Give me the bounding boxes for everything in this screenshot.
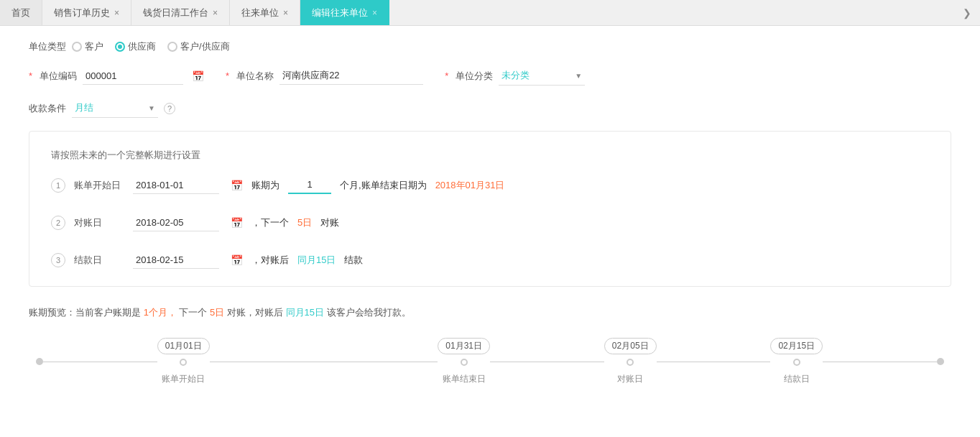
preview-section: 账期预览：当前客户账期是 1个月， 下一个 5日 对账，对账后 同月15日 该客… xyxy=(29,304,951,385)
payment-terms-arrow-icon: ▼ xyxy=(148,104,155,112)
unit-category-select[interactable]: 未分类 ▼ xyxy=(499,66,585,86)
unit-code-icon[interactable]: 📅 xyxy=(192,70,204,82)
tab-partner-close[interactable]: × xyxy=(283,8,288,18)
tab-cash-desk-close[interactable]: × xyxy=(213,8,218,18)
payment-terms-label: 收款条件 xyxy=(29,102,66,115)
unit-category-required: * xyxy=(445,70,448,81)
timeline-row3-prefix: ，对账后 xyxy=(251,254,289,267)
tab-cash-desk[interactable]: 钱货日清工作台 × xyxy=(131,0,230,25)
unit-code-required: * xyxy=(29,70,32,81)
main-content: 单位类型 客户 供应商 客户/供应商 * 单位编码 xyxy=(0,26,980,437)
unit-type-group: 单位类型 客户 供应商 客户/供应商 xyxy=(29,40,230,53)
unit-code-input[interactable] xyxy=(83,68,183,85)
timeline-period-unit: 个月,账单结束日期为 xyxy=(340,179,427,192)
payment-terms-select[interactable]: 月结 ▼ xyxy=(72,98,158,118)
radio-customer[interactable]: 客户 xyxy=(72,40,103,53)
radio-customer-circle xyxy=(72,42,82,52)
preview-payment-suffix: 该客户会给我打款。 xyxy=(327,307,411,318)
timeline-row-2: 2 对账日 📅 ，下一个 5日 对账 xyxy=(51,214,929,231)
timeline-date-2[interactable] xyxy=(133,214,219,231)
preview-mid: 下一个 xyxy=(179,307,207,318)
radio-both-label: 客户/供应商 xyxy=(180,40,230,53)
tab-sales-history-label: 销售订单历史 xyxy=(54,6,110,19)
tab-edit-partner-label: 编辑往来单位 xyxy=(312,6,368,19)
tab-home-label: 首页 xyxy=(11,6,30,19)
payment-terms-row: 收款条件 月结 ▼ ? xyxy=(29,98,951,118)
timeline-row3-highlight: 同月15日 xyxy=(297,254,336,267)
preview-reconcile: 5日 xyxy=(210,307,224,318)
timeline-visual: 01月01日 账单开始日 01月31日 账单结束日 02月05日 对账日 xyxy=(29,338,951,385)
tab-edit-partner-close[interactable]: × xyxy=(372,8,377,18)
timeline-visual-node-4: 02月15日 结款日 xyxy=(770,338,823,385)
payment-terms-value: 月结 xyxy=(75,101,145,114)
unit-code-group: * 单位编码 📅 xyxy=(29,68,204,85)
timeline-row2-highlight: 5日 xyxy=(297,216,312,229)
unit-category-value: 未分类 xyxy=(501,69,572,82)
unit-name-group: * 单位名称 xyxy=(226,68,423,85)
timeline-label-1: 账单开始日 xyxy=(74,179,124,192)
tab-home[interactable]: 首页 xyxy=(0,0,42,25)
timeline-visual-node-3: 02月05日 对账日 xyxy=(604,338,657,385)
timeline-end-endpoint xyxy=(937,358,944,365)
timeline-num-1: 1 xyxy=(51,178,65,193)
info-box-title: 请按照未来的一个完整帐期进行设置 xyxy=(51,149,929,162)
timeline-calendar-1-icon[interactable]: 📅 xyxy=(231,180,243,191)
timeline-line-0 xyxy=(43,362,157,362)
preview-reconcile-suffix: 对账，对账后 xyxy=(227,307,283,318)
radio-both[interactable]: 客户/供应商 xyxy=(167,40,230,53)
unit-type-row: 单位类型 客户 供应商 客户/供应商 xyxy=(29,40,951,53)
timeline-line-4 xyxy=(823,362,937,362)
timeline-visual-dot-1 xyxy=(180,359,187,366)
timeline-visual-label-2: 账单结束日 xyxy=(443,373,486,385)
timeline-end-date: 2018年01月31日 xyxy=(435,179,505,192)
radio-customer-label: 客户 xyxy=(85,40,103,53)
timeline-calendar-2-icon[interactable]: 📅 xyxy=(231,217,243,229)
timeline-visual-label-4: 结款日 xyxy=(784,373,810,385)
timeline-line-3 xyxy=(657,362,771,362)
timeline-visual-label-1: 账单开始日 xyxy=(162,373,205,385)
tab-sales-history-close[interactable]: × xyxy=(114,8,119,18)
timeline-period-prefix: 账期为 xyxy=(251,179,279,192)
unit-category-arrow-icon: ▼ xyxy=(575,72,582,80)
timeline-row2-suffix: 对账 xyxy=(320,216,339,229)
tab-expand-button[interactable]: ❯ xyxy=(954,0,980,25)
radio-supplier-label: 供应商 xyxy=(128,40,156,53)
unit-category-label: 单位分类 xyxy=(456,70,493,83)
timeline-line-1 xyxy=(210,362,438,362)
timeline-date-3[interactable] xyxy=(133,252,219,269)
timeline-visual-tag-3: 02月05日 xyxy=(604,338,657,354)
timeline-num-2: 2 xyxy=(51,216,65,230)
payment-terms-help-icon[interactable]: ? xyxy=(164,103,175,114)
radio-supplier[interactable]: 供应商 xyxy=(115,40,156,53)
timeline-date-1[interactable] xyxy=(133,177,219,194)
radio-both-circle xyxy=(167,42,177,52)
preview-text: 账期预览：当前客户账期是 1个月， 下一个 5日 对账，对账后 同月15日 该客… xyxy=(29,304,951,321)
unit-type-label: 单位类型 xyxy=(29,40,66,53)
tab-partner[interactable]: 往来单位 × xyxy=(230,0,300,25)
tab-sales-history[interactable]: 销售订单历史 × xyxy=(42,0,131,25)
timeline-start-endpoint xyxy=(36,358,43,365)
timeline-visual-node-2: 01月31日 账单结束日 xyxy=(438,338,490,385)
timeline-row2-prefix: ，下一个 xyxy=(251,216,289,229)
timeline-line-2 xyxy=(490,362,604,362)
preview-payment: 同月15日 xyxy=(286,307,324,318)
timeline-row-1: 1 账单开始日 📅 账期为 个月,账单结束日期为 2018年01月31日 xyxy=(51,176,929,194)
timeline-visual-dot-4 xyxy=(793,359,800,366)
timeline-visual-label-3: 对账日 xyxy=(617,373,643,385)
timeline-row-3: 3 结款日 📅 ，对账后 同月15日 结款 xyxy=(51,252,929,269)
period-value-input[interactable] xyxy=(288,176,331,194)
info-box: 请按照未来的一个完整帐期进行设置 1 账单开始日 📅 账期为 个月,账单结束日期… xyxy=(29,131,951,287)
timeline-visual-dot-2 xyxy=(461,359,468,366)
tab-cash-desk-label: 钱货日清工作台 xyxy=(143,6,208,19)
unit-name-input[interactable] xyxy=(279,68,423,85)
timeline-row3-suffix: 结款 xyxy=(344,254,363,267)
unit-code-label: 单位编码 xyxy=(40,70,77,83)
radio-group: 客户 供应商 客户/供应商 xyxy=(72,40,230,53)
radio-supplier-circle xyxy=(115,42,125,52)
tab-partner-label: 往来单位 xyxy=(241,6,279,19)
timeline-visual-tag-1: 01月01日 xyxy=(157,338,210,354)
timeline-visual-node-1: 01月01日 账单开始日 xyxy=(157,338,210,385)
tab-bar: 首页 销售订单历史 × 钱货日清工作台 × 往来单位 × 编辑往来单位 × ❯ xyxy=(0,0,980,26)
timeline-calendar-3-icon[interactable]: 📅 xyxy=(231,254,243,266)
tab-edit-partner[interactable]: 编辑往来单位 × xyxy=(300,0,389,25)
